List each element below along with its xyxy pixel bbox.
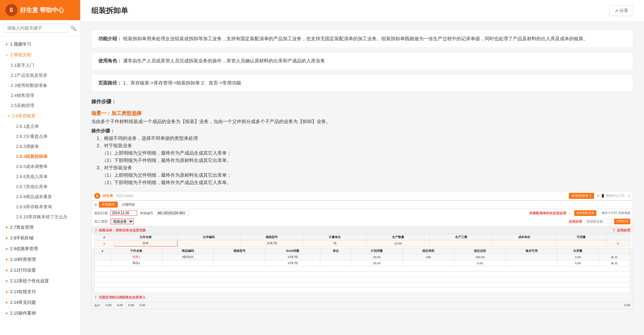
ss-date-input[interactable]: [110, 211, 137, 216]
ss-th-parent-name: 父件名称: [114, 234, 177, 240]
ss-orange-button[interactable]: 拆装拆卸单-1: [569, 193, 594, 199]
nav-label-1: 1.视频学习: [10, 41, 31, 47]
role-block: 使用角色： 通常由生产人员或库管人员完成拆装业务的操作，库管人员确认原材料的出库…: [91, 52, 633, 70]
ss-sub-th-stock: 账存可用: [506, 248, 557, 254]
sidebar-subitem-2-6-10[interactable]: 2.6.10库存账本错了怎么办: [0, 212, 80, 222]
ss-tab-local[interactable]: 本地操作: [99, 202, 118, 208]
scene1-desc: 当由多个子件材料组装成一个成品的业务为【组装】业务，当由一个父件拆分成多个子产品…: [91, 119, 633, 125]
ss-billno-label: 单据编号: [140, 211, 153, 216]
ss-logo: 6: [94, 193, 100, 199]
ss-apply-btn[interactable]: 立即发布: [614, 219, 630, 224]
steps-subtitle: 操作步骤：: [91, 128, 633, 134]
ss-form-area: 装卸日期 单据编号 有装配清单的在这里处理 → 选择装配清单 操作 ▾ 打印 关…: [92, 209, 633, 234]
sidebar-subitem-2-3[interactable]: 2.3使用前数据准备: [0, 80, 80, 91]
ss-total-1: 0.00: [106, 303, 112, 308]
sidebar-subitem-2-6-7[interactable]: 2.6.7其他出库单: [0, 182, 80, 192]
share-icon: ↗: [614, 8, 618, 13]
ss-type-select[interactable]: 组装业务 拆卸业务: [110, 219, 134, 224]
sub-table-row-2: 商品1 10支/包 30.00 0.00 0.00 ⊞ ⊟: [95, 260, 630, 266]
annotation-4: 无固定消耗比例组装在这里录入: [99, 295, 146, 300]
ss-assign-btn[interactable]: 选择装配清单: [574, 210, 596, 216]
sidebar-subitem-2-5[interactable]: 2.5采购管理: [0, 101, 80, 111]
search-input[interactable]: [4, 23, 68, 33]
sidebar-item-2-8[interactable]: + 2.8手机旺铺: [0, 233, 80, 243]
ss-td-num-1: 1: [95, 240, 114, 246]
func-intro-label: 功能介绍：: [98, 36, 122, 41]
role-text: 通常由生产人员或库管人员完成拆装业务的操作，库管人员确认原材料的出库和产成品的入…: [123, 58, 325, 63]
sidebar-item-2-10[interactable]: + 2.10经营管理: [0, 254, 80, 265]
expand-icon-2-8: +: [5, 235, 8, 241]
sidebar-item-2-14[interactable]: + 2.14常见问题: [0, 297, 80, 308]
ss-th-fee: 生产工费: [430, 234, 493, 240]
ss-toolbar: ⊞ 本地操作 云端同步: [92, 201, 633, 209]
sidebar-item-2-13[interactable]: + 2.13在线支付: [0, 286, 80, 297]
sub-table-row-1: 销售1 8折扣53 10支/包 20.00 180 180.00 0.00: [95, 254, 630, 260]
sidebar-subitem-2-6-6[interactable]: 2.6.6其他入库单: [0, 172, 80, 182]
sidebar-item-1[interactable]: + 1.视频学习: [0, 39, 80, 50]
sidebar-item-2[interactable]: − 2.帮助文档: [0, 50, 80, 60]
search-icon[interactable]: 🔍: [70, 25, 76, 31]
logo-text: 6: [10, 7, 13, 14]
share-button[interactable]: ↗ 分享: [609, 5, 633, 16]
ss-th-cost: 成本单价: [493, 234, 556, 240]
sidebar-subitem-2-6-8[interactable]: 2.6.8商品成本重算: [0, 192, 80, 202]
ss-th-avail: 可用量: [556, 234, 606, 240]
sidebar-subitem-2-6-1[interactable]: 2.6.1盘点单: [0, 121, 80, 131]
ss-sub-header-row: # 子件名称 商品编码 规格型号 BOM用量 单位 计划用量 核定单耗 核定总耗…: [95, 248, 630, 254]
sidebar-item-2-9[interactable]: + 2.9优惠券管理: [0, 243, 80, 254]
ss-tab-cloud[interactable]: 云端同步: [120, 202, 137, 208]
sidebar: 6 好生意 帮助中心 🔍 + 1.视频学习 − 2.帮助文档 2.1新手入门 2…: [0, 0, 80, 335]
sidebar-item-2-11[interactable]: + 2.11打印设置: [0, 265, 80, 276]
ss-sub-th-bom: BOM用量: [265, 248, 320, 254]
arrow-up-icon-2: ↑: [612, 226, 615, 234]
expand-icon-2-9: +: [5, 246, 8, 252]
ss-sub-th-plan: 计划用量: [351, 248, 403, 254]
step3: 3、对于拆装业务: [97, 165, 633, 171]
ss-sub-table-wrapper: # 子件名称 商品编码 规格型号 BOM用量 单位 计划用量 核定单耗 核定总耗…: [92, 248, 633, 302]
ss-sub-th-std2: 核定总耗: [454, 248, 506, 254]
ss-total-label: 合计: [94, 303, 100, 308]
sidebar-subitem-2-4[interactable]: 2.4销售管理: [0, 91, 80, 101]
ss-sub-th-child-name: 子件名称: [110, 248, 162, 254]
sidebar-subitem-2-2[interactable]: 2.2产品安装及登录: [0, 70, 80, 80]
ss-more-actions[interactable]: 操作 ▾ 打印 关联单据: [602, 211, 630, 215]
ss-th-num: #: [95, 234, 114, 240]
ss-type-label: 加工类型: [94, 219, 108, 224]
sidebar-subitem-2-6-5[interactable]: 2.6.5成本调整单: [0, 162, 80, 172]
ss-close-icon[interactable]: ✕: [628, 194, 630, 198]
logo-circle: 6: [5, 4, 17, 16]
ss-th-parent-code: 父件编码: [177, 234, 240, 240]
ss-form-row-2: 加工类型 组装业务 拆卸业务 启用处理 立即发布: [92, 217, 633, 226]
table-row: 1 米米 10支/包 包 10.00 ⊞: [95, 240, 630, 246]
ss-vendor-input[interactable]: [585, 219, 611, 224]
ss-sub-th-code: 商品编码: [162, 248, 214, 254]
main-content: 组装拆卸单 ↗ 分享 功能介绍： 组装拆卸单用来处理企业组装或拆卸等加工业务，支…: [80, 0, 644, 335]
nav-label-2-6: 2.6库存核算: [12, 113, 36, 119]
main-header: 组装拆卸单 ↗ 分享: [80, 0, 644, 22]
func-intro-block: 功能介绍： 组装拆卸单用来处理企业组装或拆卸等加工业务，支持有固定装配清单的产品…: [91, 30, 633, 48]
sidebar-item-2-15[interactable]: + 2.15操作案例: [0, 308, 80, 319]
sidebar-subitem-2-6-3[interactable]: 2.6.3调拨单: [0, 142, 80, 152]
nav-label-2-10: 2.10经营管理: [10, 257, 36, 263]
sidebar-item-2-12[interactable]: + 2.12系统个性化设置: [0, 276, 80, 286]
ss-billno-input[interactable]: [156, 211, 190, 216]
ss-th-action: [606, 234, 630, 240]
sidebar-item-2-6[interactable]: − 2.6库存核算: [0, 111, 80, 121]
ss-td-name-1: 米米: [114, 240, 177, 246]
sidebar-item-2-7[interactable]: + 2.7资金管理: [0, 222, 80, 233]
sidebar-subitem-2-6-9[interactable]: 2.6.9库存账本查询: [0, 202, 80, 212]
sidebar-subitem-2-6-4[interactable]: 2.6.4组装拆卸单: [0, 152, 80, 162]
scene1-title: 场景一：加工类型选择: [91, 110, 633, 117]
sub-table-row-6: [95, 282, 630, 288]
ss-bottom-row: 合计 0.00 0.00 0.00 0.00 0.00: [92, 302, 633, 309]
expand-icon-2-13: +: [5, 289, 8, 294]
nav-label-2-7: 2.7资金管理: [10, 224, 34, 230]
steps-section: 操作步骤： 场景一：加工类型选择 当由多个子件材料组装成一个成品的业务为【组装】…: [91, 99, 633, 186]
ss-td-act-1[interactable]: ⊞: [606, 240, 630, 246]
annotation-1: 有装配清单的在这里处理 →: [529, 211, 571, 216]
sidebar-subitem-2-1[interactable]: 2.1新手入门: [0, 60, 80, 70]
ss-home-icon: ⊞: [94, 203, 97, 207]
sidebar-title: 好生意 帮助中心: [20, 6, 64, 14]
expand-icon-2-12: +: [5, 278, 8, 284]
sidebar-subitem-2-6-2[interactable]: 2.6.2分量盘点单: [0, 131, 80, 142]
